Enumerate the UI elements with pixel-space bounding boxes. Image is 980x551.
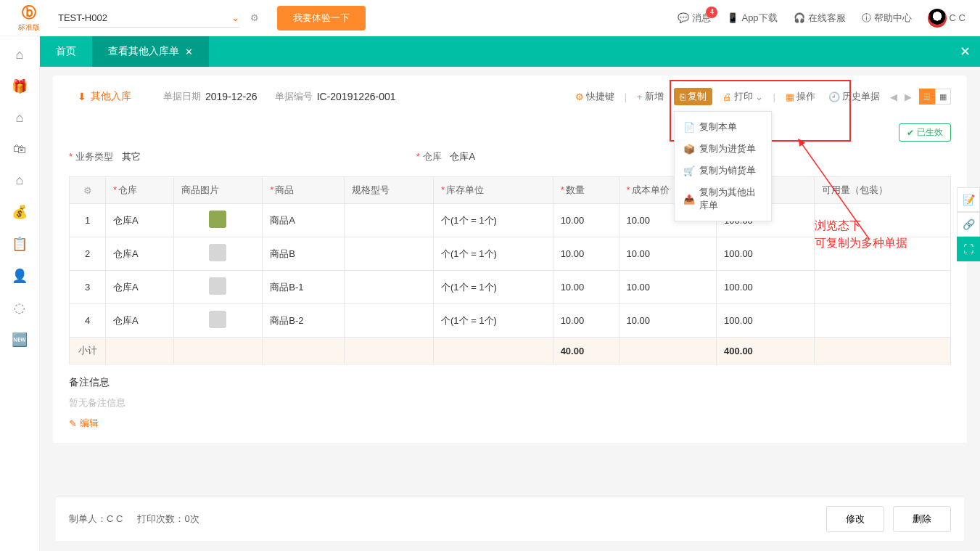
- online-service-button[interactable]: 🎧 在线客服: [794, 12, 846, 25]
- help-center-button[interactable]: ⓘ 帮助中心: [862, 12, 912, 25]
- help-icon: ⓘ: [862, 12, 871, 25]
- message-icon: 💬: [678, 12, 689, 23]
- company-selector[interactable]: TEST-H002 ⌄: [58, 9, 239, 28]
- try-button[interactable]: 我要体验一下: [277, 6, 366, 30]
- header-right: 💬 消息 4 📱 App下载 🎧 在线客服 ⓘ 帮助中心 C C: [678, 9, 965, 28]
- messages-button[interactable]: 💬 消息 4: [678, 12, 711, 25]
- company-name: TEST-H002: [58, 12, 107, 23]
- phone-icon: 📱: [727, 12, 738, 23]
- help-label: 帮助中心: [874, 12, 912, 25]
- user-menu[interactable]: C C: [928, 9, 965, 28]
- app-download-button[interactable]: 📱 App下载: [727, 12, 777, 25]
- top-header: ⓑ 标准版 TEST-H002 ⌄ ⚙ 我要体验一下 💬 消息 4 📱 App下…: [0, 0, 980, 36]
- gear-icon[interactable]: ⚙: [250, 12, 259, 23]
- chevron-down-icon: ⌄: [231, 12, 239, 23]
- service-label: 在线客服: [808, 12, 846, 25]
- message-badge: 4: [706, 7, 717, 18]
- logo-icon: ⓑ: [15, 3, 44, 23]
- app-label: App下载: [741, 12, 777, 25]
- brand-logo: ⓑ 标准版: [15, 3, 44, 33]
- avatar: [928, 9, 947, 28]
- user-name: C C: [950, 12, 965, 23]
- headset-icon: 🎧: [794, 12, 805, 23]
- brand-label: 标准版: [15, 23, 44, 33]
